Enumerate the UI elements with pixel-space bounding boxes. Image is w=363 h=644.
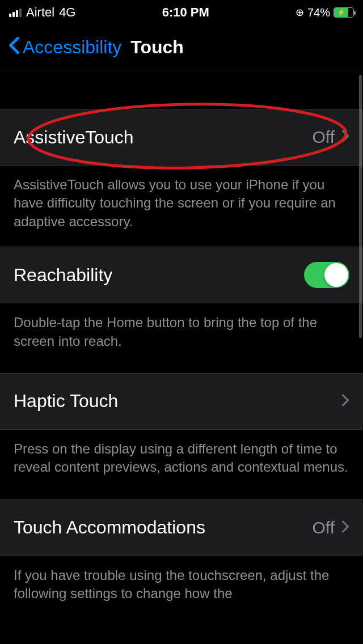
carrier-label: Airtel (26, 5, 54, 20)
top-spacer (0, 70, 363, 109)
status-bar: Airtel 4G 6:10 PM ⊕ 74% ⚡ (0, 0, 363, 25)
battery-icon: ⚡ (334, 7, 354, 18)
reachability-description: Double-tap the Home button to bring the … (0, 303, 363, 373)
chevron-right-icon (341, 520, 349, 535)
orientation-lock-icon: ⊕ (296, 6, 304, 19)
touch-accommodations-value: Off (313, 518, 335, 537)
assistivetouch-label: AssistiveTouch (14, 127, 134, 148)
assistivetouch-description: AssistiveTouch allows you to use your iP… (0, 166, 363, 247)
touch-accommodations-row[interactable]: Touch Accommodations Off (0, 499, 363, 556)
back-label: Accessibility (23, 37, 121, 58)
assistivetouch-row[interactable]: AssistiveTouch Off (0, 109, 363, 166)
nav-header: Accessibility Touch (0, 25, 363, 70)
back-button[interactable]: Accessibility (8, 36, 121, 59)
row-right: Off (313, 128, 349, 147)
haptic-touch-description: Press on the display using a different l… (0, 430, 363, 499)
chevron-right-icon (341, 130, 349, 145)
row-right (341, 394, 349, 409)
scroll-indicator[interactable] (359, 75, 362, 338)
reachability-toggle[interactable] (304, 262, 349, 288)
status-right: ⊕ 74% ⚡ (296, 6, 354, 19)
assistivetouch-value: Off (313, 128, 335, 147)
page-title: Touch (130, 37, 184, 58)
toggle-knob (324, 263, 348, 287)
battery-percent: 74% (307, 6, 330, 19)
row-right: Off (313, 518, 349, 537)
haptic-touch-label: Haptic Touch (14, 391, 118, 412)
chevron-left-icon (8, 36, 20, 59)
touch-accommodations-description: If you have trouble using the touchscree… (0, 556, 363, 619)
content-area: AssistiveTouch Off AssistiveTouch allows… (0, 70, 363, 619)
network-label: 4G (59, 5, 75, 20)
charging-bolt-icon: ⚡ (337, 9, 345, 16)
touch-accommodations-label: Touch Accommodations (14, 517, 205, 538)
chevron-right-icon (341, 394, 349, 409)
haptic-touch-row[interactable]: Haptic Touch (0, 373, 363, 430)
status-time: 6:10 PM (162, 5, 209, 20)
row-right (304, 262, 349, 288)
reachability-row[interactable]: Reachability (0, 247, 363, 303)
status-left: Airtel 4G (9, 5, 75, 20)
signal-bars-icon (9, 8, 22, 17)
reachability-label: Reachability (14, 265, 112, 286)
